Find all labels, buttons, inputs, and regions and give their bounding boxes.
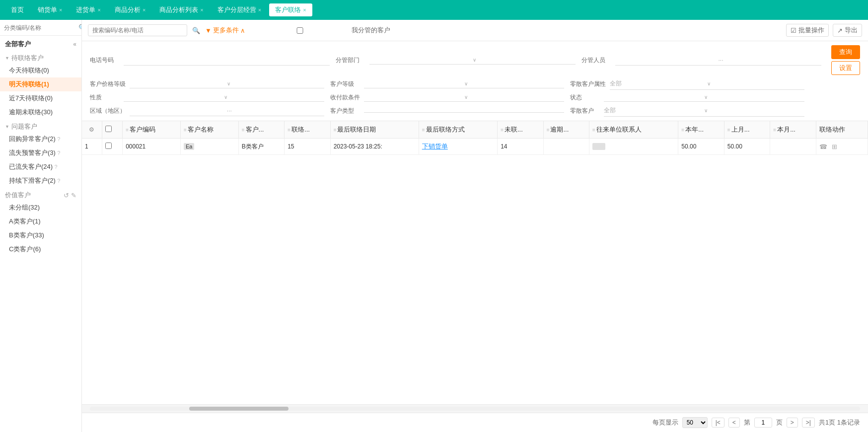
gender-field: 性质 ∨ <box>90 93 324 102</box>
my-customers-checkbox[interactable] <box>250 27 350 34</box>
select-all-checkbox[interactable] <box>105 126 112 132</box>
more-conditions-btn[interactable]: ▼ 更多条件 ∧ <box>205 26 245 35</box>
batch-op-button[interactable]: ☑ 批量操作 <box>786 24 829 37</box>
payment-terms-field: 收付款条件 ∨ <box>330 93 565 102</box>
chevron-down-icon: ∨ <box>464 94 565 100</box>
check-icon: ☑ <box>791 27 796 34</box>
sidebar-item-churn-warning[interactable]: 流失预警客户(3) ? <box>0 146 81 160</box>
nav-home[interactable]: 首页 <box>5 3 30 16</box>
sidebar-item-class-b[interactable]: B类客户(33) <box>0 228 81 242</box>
row-contact-person <box>589 139 678 155</box>
scroll-thumb[interactable] <box>189 407 289 411</box>
scroll-track <box>90 407 860 411</box>
filter-row-2: 客户价格等级 ∨ 客户等级 ∨ 零散客户属性 全部 <box>90 78 860 90</box>
customer-type-select[interactable] <box>364 109 565 113</box>
sidebar-item-7days[interactable]: 近7天待联络(0) <box>0 91 81 105</box>
help-icon[interactable]: ? <box>54 164 57 170</box>
sidebar: 🔍 全部客户 « 待联络客户 今天待联络(0) 明天待联络(1) 近7天待联络(… <box>0 20 82 432</box>
problem-group-label: 问题客户 <box>0 119 81 132</box>
sidebar-item-class-c[interactable]: C类客户(6) <box>0 242 81 256</box>
close-icon[interactable]: × <box>97 7 100 13</box>
table-container: ⚙ 客户编码 客户名称 客户... 联络... 最后联络日期 最后联络方式 未联… <box>82 121 868 404</box>
last-page-btn[interactable]: >| <box>802 418 815 428</box>
nav-purchase-order[interactable]: 进货单 × <box>70 3 106 16</box>
row-last-contact-method: 下销货单 <box>419 139 497 155</box>
status-select[interactable]: ∨ <box>604 93 804 102</box>
sidebar-item-today[interactable]: 今天待联络(0) <box>0 64 81 77</box>
retail-customer-select[interactable]: 全部 ∨ <box>604 105 804 117</box>
sidebar-item-overdue[interactable]: 逾期未联络(30) <box>0 105 81 119</box>
top-nav: 首页 销货单 × 进货单 × 商品分析 × 商品分析列表 × 客户分层经营 × … <box>0 0 868 20</box>
all-customers-header[interactable]: 全部客户 « <box>0 36 81 51</box>
per-page-select[interactable]: 50 100 200 <box>682 417 708 428</box>
close-icon[interactable]: × <box>303 7 306 13</box>
close-icon[interactable]: × <box>143 7 145 13</box>
customer-level-select[interactable]: ∨ <box>364 79 565 88</box>
retail-customer-field: 零散客户 全部 ∨ <box>570 105 804 117</box>
col-this-month: 本月... <box>770 121 816 139</box>
sidebar-item-repurchase-abnormal[interactable]: 回购异常客户(2) ? <box>0 132 81 146</box>
phone-input[interactable] <box>124 55 330 66</box>
payment-terms-select[interactable]: ∨ <box>364 93 565 102</box>
chevron-down-icon: ∨ <box>704 94 804 100</box>
filter-bar: 🔍 ▼ 更多条件 ∧ 我分管的客户 ☑ 批量操作 ↗ 导出 <box>82 20 868 41</box>
page-number-input[interactable] <box>754 418 772 428</box>
help-icon[interactable]: ? <box>57 136 60 142</box>
prev-page-btn[interactable]: < <box>728 418 740 428</box>
column-settings-icon[interactable]: ⚙ <box>82 121 102 139</box>
close-icon[interactable]: × <box>59 7 62 13</box>
row-checkbox[interactable] <box>105 143 112 149</box>
manage-person-select[interactable]: ··· <box>615 55 821 66</box>
reset-button[interactable]: 设置 <box>831 61 860 75</box>
edit-icon[interactable]: ✎ <box>71 192 76 199</box>
next-page-btn[interactable]: > <box>787 418 798 428</box>
sidebar-search-icon[interactable]: 🔍 <box>78 24 82 31</box>
sidebar-item-declining[interactable]: 持续下滑客户(2) ? <box>0 174 81 188</box>
last-contact-link[interactable]: 下销货单 <box>422 143 448 150</box>
help-icon[interactable]: ? <box>57 178 60 184</box>
col-contact-person: 往来单位联系人 <box>589 121 678 139</box>
col-last-contact-date: 最后联络日期 <box>330 121 419 139</box>
dots-icon[interactable]: ··· <box>225 107 324 114</box>
close-icon[interactable]: × <box>258 7 261 13</box>
retail-attr-field: 零散客户属性 全部 ∨ <box>570 78 804 90</box>
filter-search-icon[interactable]: 🔍 <box>192 27 200 34</box>
row-last-month: 50.00 <box>724 139 770 155</box>
region-select[interactable]: ··· <box>130 106 324 116</box>
nav-product-analysis-list[interactable]: 商品分析列表 × <box>153 3 209 16</box>
sidebar-item-tomorrow[interactable]: 明天待联络(1) <box>0 77 81 91</box>
sidebar-search-input[interactable] <box>4 24 78 31</box>
value-group-actions: ↺ ✎ <box>64 192 76 199</box>
sidebar-item-churned[interactable]: 已流失客户(24) ? <box>0 160 81 174</box>
sidebar-item-ungrouped[interactable]: 未分组(32) <box>0 201 81 215</box>
chevron-down-icon: ∨ <box>224 94 324 100</box>
sidebar-search-area: 🔍 <box>0 20 81 36</box>
row-action: ☎ ⊞ <box>816 139 868 155</box>
retail-attr-select[interactable]: 全部 ∨ <box>610 78 804 90</box>
action-contact-icon[interactable]: ☎ <box>819 143 827 150</box>
dots-icon[interactable]: ··· <box>717 57 822 64</box>
export-button[interactable]: ↗ 导出 <box>833 24 862 37</box>
action-more-icon[interactable]: ⊞ <box>832 143 837 150</box>
nav-customer-tier[interactable]: 客户分层经营 × <box>212 3 267 16</box>
search-input[interactable] <box>88 24 187 36</box>
row-last-contact-date: 2023-05-23 18:25: <box>330 139 419 155</box>
nav-sales-order[interactable]: 销货单 × <box>32 3 68 16</box>
col-this-year: 本年... <box>678 121 724 139</box>
customer-value-level-field: 客户价格等级 ∨ <box>90 79 324 88</box>
collapse-icon[interactable]: « <box>73 41 76 48</box>
refresh-icon[interactable]: ↺ <box>64 192 69 199</box>
nav-product-analysis[interactable]: 商品分析 × <box>109 3 151 16</box>
first-page-btn[interactable]: |< <box>712 418 724 428</box>
sidebar-item-class-a[interactable]: A类客户(1) <box>0 215 81 228</box>
nav-customer-contact[interactable]: 客户联络 × <box>269 3 312 16</box>
close-icon[interactable]: × <box>200 7 203 13</box>
customer-value-level-select[interactable]: ∨ <box>130 79 324 88</box>
chevron-down-icon: ∨ <box>464 81 565 86</box>
row-select <box>102 139 123 155</box>
manage-dept-select[interactable]: ∨ <box>369 56 576 65</box>
help-icon[interactable]: ? <box>57 150 60 156</box>
query-button[interactable]: 查询 <box>831 45 860 59</box>
row-name: Ea <box>180 139 238 155</box>
gender-select[interactable]: ∨ <box>124 93 324 102</box>
